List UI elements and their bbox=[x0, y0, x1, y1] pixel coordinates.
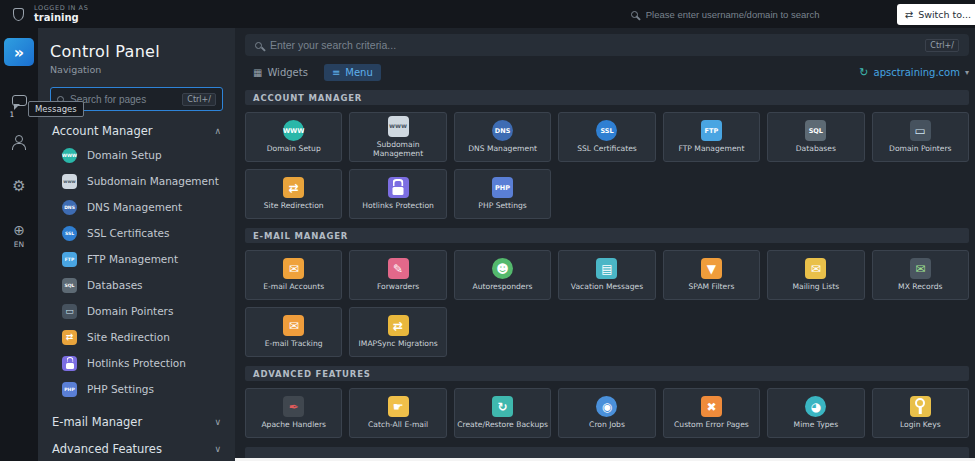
feature-card[interactable]: DNS DNS Management bbox=[454, 112, 551, 162]
messages-badge: 1 bbox=[10, 110, 15, 119]
widgets-grid-icon: ▦ bbox=[253, 68, 262, 78]
feature-card[interactable]: ✉ E-mail Accounts bbox=[245, 250, 342, 300]
feature-icon: ☻ bbox=[492, 258, 513, 279]
domain-selector[interactable]: ↻ apsctraining.com ▾ bbox=[859, 67, 969, 78]
feature-card[interactable]: ◉ Cron Jobs bbox=[558, 388, 655, 438]
feature-icon: DNS bbox=[492, 120, 513, 141]
sidebar-nav-item[interactable]: Hotlinks Protection bbox=[50, 350, 223, 376]
shortcut-hint: Ctrl+/ bbox=[182, 93, 216, 106]
feature-icon: ⇄ bbox=[388, 315, 409, 336]
feature-card[interactable]: Login Keys bbox=[872, 388, 969, 438]
sidebar-nav-list: WWW Domain Setup www Subdomain Managemen… bbox=[50, 142, 223, 402]
feature-label: E-mail Tracking bbox=[265, 340, 323, 349]
feature-icon: ✉ bbox=[805, 258, 826, 279]
feature-card[interactable]: ✉ Mailing Lists bbox=[767, 250, 864, 300]
feature-card[interactable]: ▤ Vacation Messages bbox=[558, 250, 655, 300]
chevron-down-icon: ▾ bbox=[965, 68, 969, 77]
sidebar-section-email-manager[interactable]: E-mail Manager ∨ bbox=[52, 415, 221, 429]
feature-icon: ◉ bbox=[596, 396, 617, 417]
nav-item-icon: ▭ bbox=[62, 304, 77, 319]
nav-item-label: Subdomain Management bbox=[87, 175, 219, 187]
tab-menu[interactable]: ≡ Menu bbox=[324, 64, 381, 81]
section-header: E-MAIL MANAGER bbox=[245, 228, 969, 243]
settings-button[interactable]: ⚙ bbox=[12, 179, 25, 194]
section-title: E-MAIL MANAGER bbox=[253, 231, 348, 241]
feature-card[interactable]: SQL Databases bbox=[767, 112, 864, 162]
nav-item-label: SSL Certificates bbox=[87, 227, 170, 239]
panel-title: Control Panel bbox=[50, 42, 223, 61]
feature-icon: WWW bbox=[283, 120, 304, 141]
tab-label: Widgets bbox=[267, 67, 307, 78]
feature-card[interactable]: ▼ SPAM Filters bbox=[663, 250, 760, 300]
feature-label: Mime Types bbox=[794, 421, 839, 430]
sidebar-nav-item[interactable]: SQL Databases bbox=[50, 272, 223, 298]
nav-item-icon: SQL bbox=[62, 278, 77, 293]
feature-icon: ⇄ bbox=[283, 177, 304, 198]
sidebar-section-advanced-features[interactable]: Advanced Features ∨ bbox=[52, 442, 221, 456]
sidebar-nav-item[interactable]: www Subdomain Management bbox=[50, 168, 223, 194]
feature-card[interactable]: ✉ E-mail Tracking bbox=[245, 307, 342, 357]
sidebar-nav-item[interactable]: PHP PHP Settings bbox=[50, 376, 223, 402]
feature-icon: ↻ bbox=[492, 396, 513, 417]
feature-icon: ◕ bbox=[805, 396, 826, 417]
language-button[interactable]: ⊕ EN bbox=[13, 223, 25, 249]
nav-item-label: Domain Pointers bbox=[87, 305, 173, 317]
feature-label: PHP Settings bbox=[478, 202, 526, 211]
feature-card[interactable]: ⇄ Site Redirection bbox=[245, 169, 342, 219]
section-label: Advanced Features bbox=[52, 442, 162, 456]
feature-label: SSL Certificates bbox=[577, 145, 637, 154]
feature-card[interactable]: ◕ Mime Types bbox=[767, 388, 864, 438]
sidebar-nav-item[interactable]: ⇄ Site Redirection bbox=[50, 324, 223, 350]
sidebar: Control Panel Navigation Ctrl+/ Account … bbox=[38, 28, 235, 461]
logo[interactable]: » bbox=[4, 38, 34, 66]
feature-icon: ✉ bbox=[283, 315, 304, 336]
feature-card[interactable]: ✎ Forwarders bbox=[349, 250, 446, 300]
logged-in-username: training bbox=[34, 12, 88, 24]
feature-card[interactable]: ☛ Catch-All E-mail bbox=[349, 388, 446, 438]
feature-icon: ✒ bbox=[283, 396, 304, 417]
feature-card[interactable]: PHP PHP Settings bbox=[454, 169, 551, 219]
messages-icon bbox=[12, 95, 27, 106]
sections-container: ACCOUNT MANAGER WWW Domain Setup www Sub… bbox=[245, 90, 969, 438]
tab-widgets[interactable]: ▦ Widgets bbox=[245, 64, 316, 81]
language-label: EN bbox=[14, 240, 24, 249]
logged-in-as-label: LOGGED IN AS bbox=[34, 5, 88, 12]
chevron-down-icon: ∨ bbox=[214, 417, 221, 427]
feature-card[interactable]: SSL SSL Certificates bbox=[558, 112, 655, 162]
feature-label: Hotlinks Protection bbox=[362, 202, 434, 211]
page-search-input[interactable] bbox=[70, 94, 176, 105]
feature-card[interactable]: ✖ Custom Error Pages bbox=[663, 388, 760, 438]
feature-card[interactable]: ☻ Autoresponders bbox=[454, 250, 551, 300]
criteria-search-input[interactable] bbox=[270, 39, 917, 51]
feature-icon: ✉ bbox=[283, 258, 304, 279]
feature-card[interactable]: ✉ MX Records bbox=[872, 250, 969, 300]
refresh-icon: ↻ bbox=[859, 67, 868, 78]
feature-card[interactable]: www Subdomain Management bbox=[349, 112, 446, 162]
nav-item-icon: WWW bbox=[62, 148, 77, 163]
feature-card[interactable]: ⇄ IMAPSync Migrations bbox=[349, 307, 446, 357]
feature-card[interactable]: Hotlinks Protection bbox=[349, 169, 446, 219]
sidebar-nav-item[interactable]: FTP FTP Management bbox=[50, 246, 223, 272]
nav-item-icon: ⇄ bbox=[62, 330, 77, 345]
sidebar-nav-item[interactable]: DNS DNS Management bbox=[50, 194, 223, 220]
feature-card[interactable]: ✒ Apache Handlers bbox=[245, 388, 342, 438]
user-search-input[interactable] bbox=[646, 9, 881, 20]
messages-tooltip: Messages bbox=[28, 101, 84, 117]
feature-label: MX Records bbox=[898, 283, 942, 292]
search-icon bbox=[631, 11, 638, 18]
feature-label: E-mail Accounts bbox=[263, 283, 324, 292]
account-button[interactable] bbox=[11, 135, 27, 150]
sidebar-nav-item[interactable]: WWW Domain Setup bbox=[50, 142, 223, 168]
nav-item-icon: PHP bbox=[62, 382, 77, 397]
messages-button[interactable]: 1 bbox=[12, 95, 27, 106]
feature-label: Subdomain Management bbox=[352, 141, 443, 158]
sidebar-section-account-manager[interactable]: Account Manager ∧ bbox=[52, 124, 221, 138]
switch-to-button[interactable]: ⇄ Switch to... bbox=[897, 4, 975, 25]
feature-card[interactable]: ↻ Create/Restore Backups bbox=[454, 388, 551, 438]
sidebar-nav-item[interactable]: SSL SSL Certificates bbox=[50, 220, 223, 246]
feature-card[interactable]: FTP FTP Management bbox=[663, 112, 760, 162]
feature-card[interactable]: WWW Domain Setup bbox=[245, 112, 342, 162]
feature-icon: ✎ bbox=[388, 258, 409, 279]
feature-card[interactable]: ▭ Domain Pointers bbox=[872, 112, 969, 162]
sidebar-nav-item[interactable]: ▭ Domain Pointers bbox=[50, 298, 223, 324]
